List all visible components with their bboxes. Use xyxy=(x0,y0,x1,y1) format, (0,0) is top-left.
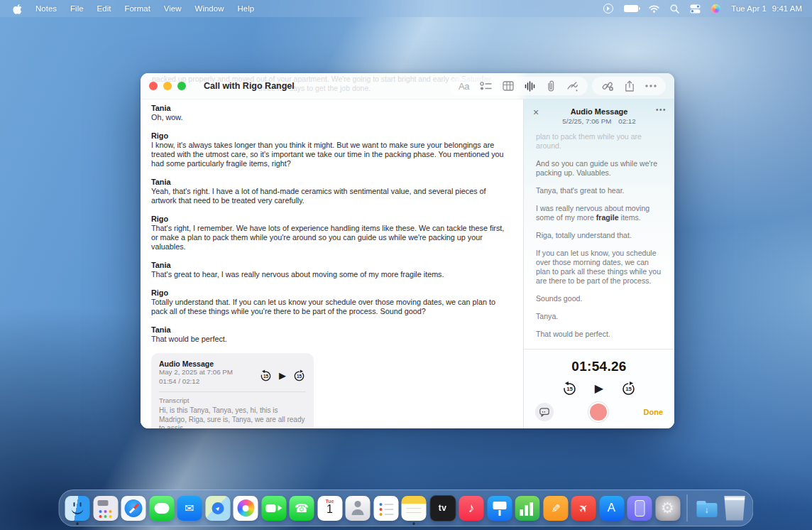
menu-item[interactable]: File xyxy=(70,4,84,13)
minimize-window-button[interactable] xyxy=(163,82,172,90)
share-icon[interactable] xyxy=(625,80,635,92)
calendar-day: 1 xyxy=(317,503,342,516)
dock-icon-facetime[interactable] xyxy=(261,496,286,521)
live-transcript[interactable]: plan to pack them while you are around. … xyxy=(524,128,674,349)
transcript-paragraph: Tanya. xyxy=(536,312,662,321)
dialogue-paragraph: Tania Yeah, that's right. I have a lot o… xyxy=(151,178,512,205)
transcript-paragraph: Tanya, that's great to hear. xyxy=(536,186,662,195)
dialogue-paragraph: Tania That's great to hear, I was really… xyxy=(151,261,512,279)
notes-window: packed up properly and moved out of your… xyxy=(141,73,674,428)
add-link-icon[interactable] xyxy=(601,80,614,92)
speaker-name: Rigo xyxy=(151,215,512,224)
wifi-icon[interactable] xyxy=(649,5,659,13)
dialogue-paragraph: Rigo I know, it's always takes longer th… xyxy=(151,131,512,168)
playback-footer: 01:54.26 15 ▶ 15 xyxy=(524,349,674,428)
window-titlebar[interactable]: packed up properly and moved out of your… xyxy=(141,73,674,99)
dock-icon-mail[interactable] xyxy=(177,496,202,521)
battery-icon[interactable] xyxy=(624,5,638,12)
zoom-window-button[interactable] xyxy=(177,82,186,90)
dock-icon-contacts[interactable] xyxy=(346,496,371,521)
transcript-paragraph: That would be perfect. xyxy=(536,330,662,339)
dock-icon-numbers[interactable] xyxy=(515,496,540,521)
dock-icon-messages[interactable] xyxy=(149,496,174,521)
play-icon[interactable]: ▶ xyxy=(595,383,603,394)
dock-divider xyxy=(687,494,688,521)
record-button[interactable] xyxy=(590,404,607,421)
menu-bar: Notes File Edit Format View Window Help … xyxy=(0,0,812,17)
skip-forward-15-icon[interactable]: 15 xyxy=(620,380,637,396)
skip-back-15-icon[interactable]: 15 xyxy=(259,369,273,382)
dock-icon-keynote[interactable] xyxy=(487,496,512,521)
dock-icon-photos[interactable] xyxy=(234,496,258,521)
checklist-icon[interactable] xyxy=(480,81,492,91)
dialogue-paragraph: Rigo That's right, I remember. We have l… xyxy=(151,215,512,252)
menu-item[interactable]: View xyxy=(164,4,182,13)
search-icon[interactable] xyxy=(670,4,679,13)
audio-message-card[interactable]: Audio Message May 2, 2025 at 7:06 PM 01:… xyxy=(151,353,314,428)
speech-text: Yeah, that's right. I have a lot of hand… xyxy=(151,187,512,205)
transcript-bubble-button[interactable] xyxy=(535,403,554,421)
table-icon[interactable] xyxy=(503,81,514,91)
dock-icon-notes[interactable] xyxy=(402,496,427,521)
done-button[interactable]: Done xyxy=(644,408,664,416)
control-center-icon[interactable] xyxy=(690,4,701,13)
transcript-label: Transcript xyxy=(159,396,306,404)
dock-icon-safari[interactable] xyxy=(121,496,146,521)
speaker-name: Rigo xyxy=(151,288,512,298)
transcript-paragraph: If you can let us know, you schedule ove… xyxy=(536,249,662,286)
audio-card-title: Audio Message xyxy=(159,359,259,368)
menu-item[interactable]: Window xyxy=(195,4,224,13)
dock-icon-launchpad[interactable] xyxy=(93,496,118,521)
dock-icon-reminders[interactable] xyxy=(373,496,398,521)
dock-icon-rocket-app[interactable] xyxy=(571,496,596,521)
audio-card-date: May 2, 2025 at 7:06 PM xyxy=(159,368,259,377)
speech-text: That's great to hear, I was really nervo… xyxy=(151,270,512,279)
dock-icon-music[interactable] xyxy=(459,496,484,521)
close-window-button[interactable] xyxy=(149,82,158,90)
attachment-icon[interactable] xyxy=(546,80,556,92)
dock-icon-maps[interactable] xyxy=(205,496,230,521)
play-icon[interactable]: ▶ xyxy=(279,371,286,380)
siri-icon[interactable] xyxy=(711,4,720,13)
transcript-paragraph: Riga, totally understand that. xyxy=(536,231,662,240)
menu-item[interactable]: Format xyxy=(124,4,150,13)
audio-message-panel: × ••• Audio Message 5/2/25, 7:06 PM 02:1… xyxy=(523,99,674,428)
menu-bar-time: 9:41 AM xyxy=(772,4,802,13)
format-aa-icon[interactable]: Aa xyxy=(459,81,469,92)
transcript-paragraph: And so you can guide us while we're pack… xyxy=(536,159,662,178)
dock-icon-pages[interactable] xyxy=(543,496,568,521)
dock-icon-system-settings[interactable] xyxy=(655,496,680,521)
menu-item[interactable]: Help xyxy=(237,4,254,13)
more-icon[interactable]: ••• xyxy=(656,106,666,114)
audio-waveform-icon[interactable] xyxy=(525,81,535,92)
transcript-paragraph: Sounds good. xyxy=(536,294,662,303)
dock-icon-calendar[interactable]: Tue 1 xyxy=(317,496,342,521)
dock-icon-app-store[interactable] xyxy=(599,496,624,521)
apple-menu-icon[interactable] xyxy=(13,4,22,14)
running-indicator-dot xyxy=(76,522,79,525)
menu-bar-clock[interactable]: Tue Apr 1 9:41 AM xyxy=(731,4,802,13)
dock-icon-iphone-mirroring[interactable] xyxy=(627,496,652,521)
dock: Tue 1 xyxy=(59,490,754,526)
speaker-name: Tania xyxy=(151,261,512,270)
skip-forward-15-icon[interactable]: 15 xyxy=(292,369,306,382)
speaker-name: Tania xyxy=(151,325,512,335)
markup-icon[interactable] xyxy=(566,80,578,92)
skip-back-15-icon[interactable]: 15 xyxy=(561,380,578,396)
menu-item[interactable]: Notes xyxy=(35,4,57,13)
note-body[interactable]: Tania Oh, wow. Rigo I know, it's always … xyxy=(141,99,523,428)
recording-indicator-icon[interactable] xyxy=(603,4,613,13)
dock-icon-finder[interactable] xyxy=(65,496,90,521)
speaker-name: Tania xyxy=(151,104,512,113)
running-indicator-dot xyxy=(412,522,415,525)
dock-icon-trash[interactable] xyxy=(723,496,747,521)
svg-text:15: 15 xyxy=(263,374,269,379)
dock-icon-phone[interactable] xyxy=(290,496,314,521)
window-title: Call with Rigo Rangel xyxy=(204,81,295,91)
dock-icon-apple-tv[interactable] xyxy=(429,495,456,521)
more-icon[interactable] xyxy=(645,85,657,87)
speech-text: I know, it's always takes longer than yo… xyxy=(151,141,512,168)
menu-item[interactable]: Edit xyxy=(97,4,111,13)
dock-icon-downloads[interactable] xyxy=(694,496,719,521)
close-icon[interactable]: × xyxy=(533,107,539,117)
